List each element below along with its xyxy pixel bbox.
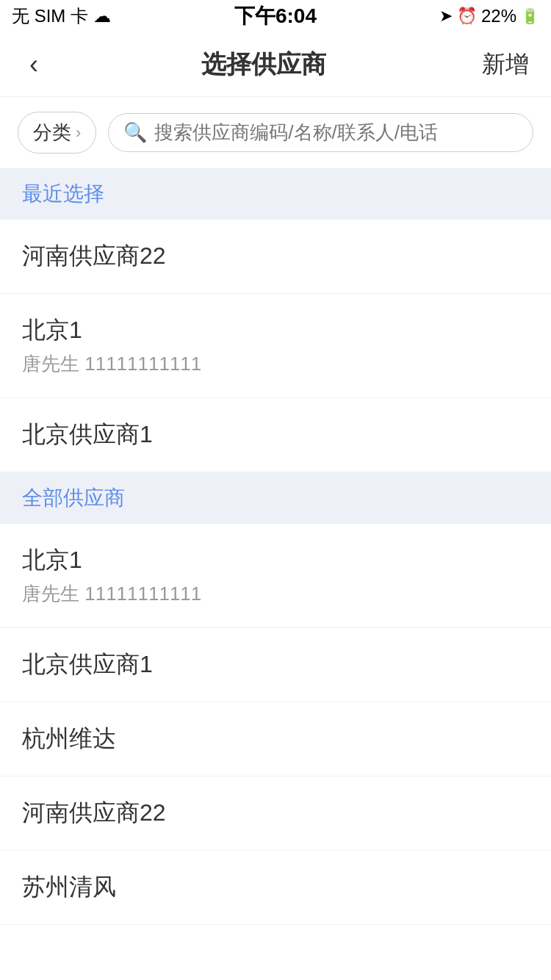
list-item[interactable]: 北京供应商1 xyxy=(0,398,551,472)
add-button[interactable]: 新增 xyxy=(482,48,529,81)
status-bar: 无 SIM 卡 ☁ 下午6:04 ➤ ⏰ 22% 🔋 xyxy=(0,0,551,32)
item-name: 北京供应商1 xyxy=(22,419,529,451)
search-box[interactable]: 🔍 xyxy=(108,113,533,152)
battery-icon: 🔋 xyxy=(521,7,539,25)
battery-text: 22% xyxy=(481,6,516,26)
item-name: 北京1 xyxy=(22,544,529,577)
status-time: 下午6:04 xyxy=(234,2,317,30)
all-section-label: 全部供应商 xyxy=(22,486,125,509)
item-name: 杭州维达 xyxy=(22,723,529,755)
list-item[interactable]: 河南供应商22 xyxy=(0,220,551,294)
list-item[interactable]: 杭州维达 xyxy=(0,702,551,777)
alarm-icon: ⏰ xyxy=(457,7,477,26)
all-items-list: 北京1 唐先生 11111111111 北京供应商1 杭州维达 河南供应商22 … xyxy=(0,524,551,925)
location-icon: ➤ xyxy=(439,7,453,26)
status-left: 无 SIM 卡 ☁ xyxy=(12,4,111,28)
category-label: 分类 xyxy=(33,120,71,145)
item-name: 苏州清风 xyxy=(22,871,529,904)
list-item[interactable]: 北京供应商1 xyxy=(0,628,551,702)
item-name: 北京1 xyxy=(22,314,529,347)
item-name: 河南供应商22 xyxy=(22,797,529,829)
item-sub: 唐先生 11111111111 xyxy=(22,581,529,607)
page-title: 选择供应商 xyxy=(201,48,326,82)
category-filter-button[interactable]: 分类 › xyxy=(18,112,96,154)
chevron-right-icon: › xyxy=(76,123,81,143)
list-item[interactable]: 北京1 唐先生 11111111111 xyxy=(0,294,551,398)
recent-section-header: 最近选择 xyxy=(0,168,551,220)
back-button[interactable]: ‹ xyxy=(22,42,46,87)
list-item[interactable]: 河南供应商22 xyxy=(0,777,551,851)
item-name: 河南供应商22 xyxy=(22,240,529,273)
search-icon: 🔍 xyxy=(123,121,147,144)
search-input[interactable] xyxy=(154,121,518,144)
item-sub: 唐先生 11111111111 xyxy=(22,351,529,377)
item-name: 北京供应商1 xyxy=(22,649,529,681)
recent-section-label: 最近选择 xyxy=(22,182,104,205)
recent-items-list: 河南供应商22 北京1 唐先生 11111111111 北京供应商1 xyxy=(0,220,551,472)
no-sim-text: 无 SIM 卡 ☁ xyxy=(12,4,111,28)
list-item[interactable]: 苏州清风 xyxy=(0,851,551,925)
navigation-bar: ‹ 选择供应商 新增 xyxy=(0,32,551,97)
status-right: ➤ ⏰ 22% 🔋 xyxy=(439,6,539,26)
filter-bar: 分类 › 🔍 xyxy=(0,97,551,168)
all-section-header: 全部供应商 xyxy=(0,472,551,524)
list-item[interactable]: 北京1 唐先生 11111111111 xyxy=(0,524,551,628)
